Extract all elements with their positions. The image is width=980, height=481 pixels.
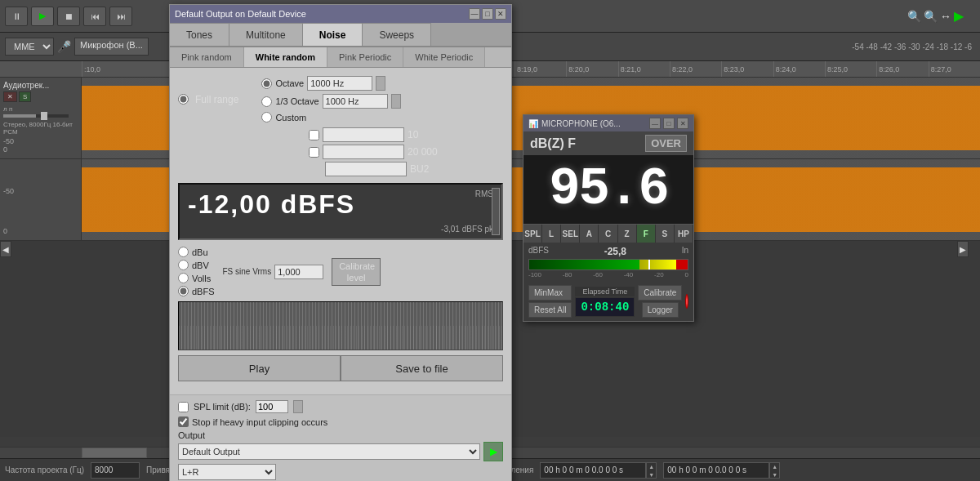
stop-clipping-checkbox[interactable]	[178, 416, 189, 427]
expand-right-btn[interactable]: ▶	[957, 241, 969, 257]
num3-input[interactable]	[325, 162, 407, 176]
range-end-spinner[interactable]: ▲ ▼	[769, 462, 780, 479]
third-octave-radio[interactable]	[261, 96, 272, 107]
c-btn[interactable]: C	[599, 225, 617, 243]
subtab-pink-periodic[interactable]: Pink Periodic	[327, 47, 403, 67]
octave-radio[interactable]	[261, 78, 272, 89]
tab-sweeps[interactable]: Sweeps	[363, 23, 431, 46]
right-ruler: 8:19,0 8:20,0 8:21,0 8:22,0 8:23,0 8:24,…	[514, 61, 980, 78]
f-btn[interactable]: F	[637, 225, 656, 243]
fit-icon[interactable]: ↔	[940, 10, 951, 23]
custom-checkbox1[interactable]	[309, 130, 319, 140]
spl-value-input[interactable]	[256, 400, 288, 413]
gen-body: Full range Octave 1/3 Octave Custo	[170, 68, 511, 394]
full-range-radio[interactable]	[178, 94, 189, 105]
meter-minimize-btn[interactable]: —	[649, 118, 661, 129]
tab-noise[interactable]: Noise	[303, 23, 363, 46]
range-start-spinner[interactable]: ▲ ▼	[646, 462, 657, 479]
l-btn[interactable]: L	[542, 225, 561, 243]
logger-btn[interactable]: Logger	[642, 302, 679, 318]
elapsed-time-label: Elapsed Time	[575, 287, 635, 296]
spl-btn[interactable]: SPL	[523, 225, 542, 243]
fs-sine-label: FS sine Vrms	[223, 267, 272, 276]
ruler-mark-r5: 8:23,0	[721, 61, 773, 77]
device-type-select[interactable]: MME	[5, 38, 54, 56]
ruler-mark-r1: 8:19,0	[514, 61, 566, 77]
track1-mute-btn[interactable]: ✕	[3, 91, 17, 102]
next-button[interactable]: ⏭	[109, 7, 132, 26]
range-start-value[interactable]: 00 h 0 0 m 0 0.0 0 0 s	[540, 462, 646, 479]
freq1-input[interactable]	[307, 76, 372, 91]
tab-tones[interactable]: Tones	[170, 23, 229, 46]
gen-title-text: Default Output on Default Device	[175, 9, 306, 19]
minmax-btn[interactable]: MinMax	[528, 285, 572, 301]
reset-all-btn[interactable]: Reset All	[528, 302, 572, 318]
hscroll-thumb[interactable]	[82, 448, 147, 458]
num2-input[interactable]	[323, 145, 404, 159]
channel-select[interactable]: L+R	[178, 464, 276, 480]
sel-btn[interactable]: SEL	[561, 225, 580, 243]
hp-btn[interactable]: HP	[675, 225, 693, 243]
spl-scroll[interactable]	[293, 400, 303, 413]
stop-button[interactable]: ⏹	[57, 7, 80, 26]
output-play-btn[interactable]: ▶	[483, 442, 503, 461]
a-btn[interactable]: A	[580, 225, 599, 243]
ruler-mark-r6: 8:24,0	[773, 61, 825, 77]
gen-maximize-btn[interactable]: □	[482, 8, 493, 20]
level-rms-label: RMS	[475, 189, 493, 198]
zoom-out-icon[interactable]: 🔍	[924, 10, 938, 23]
level-bar-header: dBFS -25,8 In	[528, 246, 688, 257]
custom-radio[interactable]	[261, 112, 272, 122]
play2-icon[interactable]: ▶	[954, 8, 964, 24]
level-bar	[528, 259, 688, 270]
freq-radio-group: Octave 1/3 Octave Custom	[261, 76, 400, 122]
tab-multitone[interactable]: Multitone	[229, 23, 303, 46]
range-end-value[interactable]: 00 h 0 0 m 0 0.0 0 0 s	[663, 462, 769, 479]
track1-vol-slider[interactable]	[3, 114, 69, 118]
meter-display: 95.6	[523, 155, 693, 224]
calibrate-logger-btn[interactable]: Calibrate	[638, 285, 682, 301]
dbv-radio[interactable]	[178, 260, 189, 270]
volls-radio[interactable]	[178, 273, 189, 283]
bar-seg-red	[676, 260, 688, 269]
spl-checkbox[interactable]	[178, 402, 189, 412]
freq-project-value[interactable]: 8000	[91, 462, 140, 479]
z-btn[interactable]: Z	[618, 225, 637, 243]
num1-input[interactable]	[323, 127, 404, 142]
play-button[interactable]: Play	[178, 355, 341, 381]
freq1-scroll[interactable]	[376, 76, 385, 91]
dbfs-radio[interactable]	[178, 286, 189, 296]
freq2-input[interactable]	[323, 94, 388, 109]
subtab-pink-random[interactable]: Pink random	[170, 47, 244, 67]
play-button[interactable]: ▶	[31, 7, 54, 26]
dbu-radio[interactable]	[178, 247, 189, 257]
ruler-mark-r9: 8:27,0	[929, 61, 980, 77]
subtab-white-random[interactable]: White random	[244, 47, 327, 67]
freq2-scroll[interactable]	[391, 94, 401, 109]
save-to-file-button[interactable]: Save to file	[341, 355, 503, 381]
dbfs-label: dBFS	[192, 287, 215, 296]
gen-close-btn[interactable]: ✕	[495, 8, 506, 20]
s-btn[interactable]: S	[656, 225, 675, 243]
record-indicator	[685, 294, 688, 309]
waveform-noise	[179, 326, 502, 350]
meter-maximize-btn[interactable]: □	[663, 118, 675, 129]
custom-checkbox2[interactable]	[309, 147, 319, 158]
octave-label: Octave	[275, 78, 304, 88]
track1-solo-btn[interactable]: S	[19, 91, 31, 102]
vrms-input[interactable]	[274, 265, 323, 279]
third-octave-label: 1/3 Octave	[275, 96, 318, 106]
meter-type-label: dB(Z) F	[530, 136, 576, 151]
bar-dbfs-label: dBFS	[528, 246, 549, 257]
meter-close-btn[interactable]: ✕	[677, 118, 688, 129]
zoom-in-icon[interactable]: 🔍	[907, 10, 921, 23]
calibrate-level-btn[interactable]: Calibrate level	[332, 258, 381, 286]
prev-button[interactable]: ⏮	[83, 7, 106, 26]
subtab-white-periodic[interactable]: White Periodic	[403, 47, 485, 67]
gen-minimize-btn[interactable]: —	[469, 8, 480, 20]
output-device-select[interactable]: Default Output	[178, 443, 480, 460]
gen-waveform-display	[178, 301, 503, 350]
pause-button[interactable]: ⏸	[5, 7, 28, 26]
expand-left-btn[interactable]: ◀	[0, 241, 11, 257]
level-scrollbar[interactable]	[492, 188, 500, 235]
